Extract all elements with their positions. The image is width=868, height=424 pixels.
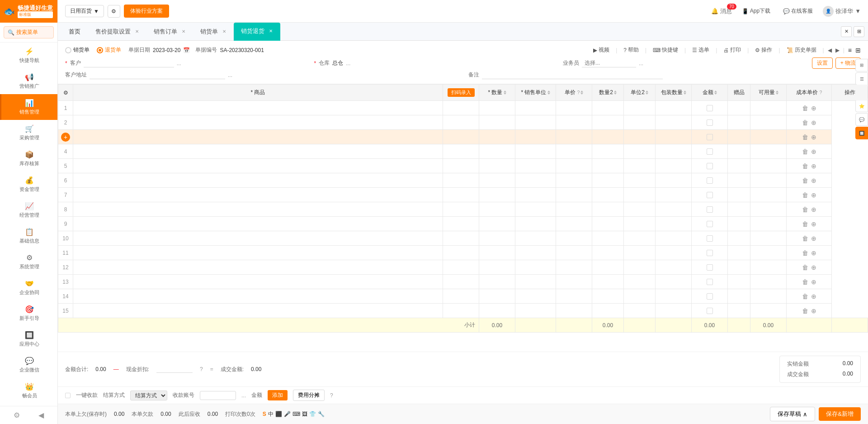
price-cell[interactable] — [515, 115, 556, 130]
account-input[interactable] — [200, 391, 236, 400]
radio-sales-return[interactable]: 退货单 — [97, 46, 121, 54]
sidebar-collapse-btn[interactable]: ◀ — [38, 411, 44, 419]
delete-btn[interactable]: 🗑 — [802, 206, 808, 213]
delete-btn[interactable]: 🗑 — [802, 249, 808, 257]
gift-checkbox[interactable] — [707, 163, 713, 169]
sidebar-item-operation[interactable]: 📈 经营管理 — [0, 197, 57, 223]
unit2-cell[interactable] — [592, 101, 624, 115]
copy-btn[interactable]: ⊕ — [811, 119, 816, 126]
qty-cell[interactable] — [443, 115, 479, 130]
one-click-checkbox[interactable] — [65, 393, 71, 398]
price-cell[interactable] — [515, 130, 556, 144]
app-download-button[interactable]: 📱 App下载 — [739, 6, 773, 16]
search-menu-button[interactable]: 🔍 搜索菜单 — [4, 26, 54, 38]
unit2-cell[interactable] — [592, 115, 624, 130]
sidebar-settings-btn[interactable]: ⚙ — [14, 411, 20, 419]
sidebar-item-purchase[interactable]: 🛒 采购管理 — [0, 120, 57, 146]
view-list-icon[interactable]: ≡ — [848, 47, 852, 54]
quick-btn-5[interactable]: 💬 — [855, 113, 868, 126]
copy-btn[interactable]: ⊕ — [811, 307, 816, 314]
delete-btn[interactable]: 🗑 — [802, 105, 808, 112]
copy-btn[interactable]: ⊕ — [811, 105, 816, 112]
customer-input[interactable] — [84, 59, 174, 67]
copy-btn[interactable]: ⊕ — [811, 249, 816, 257]
delete-btn[interactable]: 🗑 — [802, 191, 808, 199]
available-cell[interactable] — [728, 101, 750, 115]
copy-btn[interactable]: ⊕ — [811, 264, 816, 271]
tab-home[interactable]: 首页 — [61, 23, 88, 41]
sidebar-item-wechat[interactable]: 💬 企业微信 — [0, 352, 57, 378]
unit-cell[interactable] — [479, 130, 515, 144]
gift-checkbox[interactable] — [707, 264, 713, 271]
qty2-cell[interactable] — [556, 115, 592, 130]
gift-checkbox[interactable] — [707, 119, 713, 126]
gift-checkbox[interactable] — [707, 206, 713, 213]
view-grid-icon[interactable]: ⊞ — [855, 47, 861, 54]
copy-btn[interactable]: ⊕ — [811, 220, 816, 228]
address-input[interactable] — [90, 71, 225, 79]
operate-button[interactable]: ⚙ 操作 — [752, 45, 775, 55]
packqty-cell[interactable] — [624, 101, 656, 115]
unit-cell[interactable] — [479, 101, 515, 115]
delete-btn[interactable]: 🗑 — [802, 133, 808, 141]
amount-cell[interactable] — [656, 115, 692, 130]
fee-button[interactable]: 费用分摊 — [293, 390, 325, 401]
copy-btn[interactable]: ⊕ — [811, 278, 816, 286]
video-button[interactable]: ▶ 视频 — [590, 45, 612, 55]
set-button[interactable]: 设置 — [812, 57, 833, 69]
dotted-more[interactable]: ... — [241, 392, 246, 399]
gift-checkbox[interactable] — [707, 177, 713, 184]
next-btn[interactable]: ▶ — [835, 47, 840, 53]
prev-btn[interactable]: ◀ — [828, 47, 832, 53]
copy-btn[interactable]: ⊕ — [811, 177, 816, 184]
sidebar-item-shortcut[interactable]: ⚡ 快捷导航 — [0, 43, 57, 68]
history-button[interactable]: 📜 历史单据 — [784, 45, 819, 55]
qty-cell[interactable] — [443, 101, 479, 115]
qty-cell[interactable] — [443, 130, 479, 144]
tab-close-all-button[interactable]: ✕ — [841, 26, 852, 37]
tab-sales-order[interactable]: 销售订单 ✕ — [146, 23, 193, 41]
copy-btn[interactable]: ⊕ — [811, 293, 816, 300]
quick-btn-1[interactable]: ⊞ — [855, 59, 868, 71]
gift-checkbox[interactable] — [707, 279, 713, 285]
daily-select[interactable]: 日用百货 ▼ — [65, 5, 104, 17]
delete-btn[interactable]: 🗑 — [802, 148, 808, 155]
topbar-settings-button[interactable]: ⚙ — [108, 5, 120, 18]
help-button[interactable]: ? 帮助 — [621, 45, 642, 55]
product-input-cell[interactable] — [73, 130, 443, 144]
radio-sales-delivery[interactable]: 销货单 — [65, 46, 90, 54]
print-button[interactable]: 🖨 打印 — [721, 45, 744, 55]
sidebar-item-inventory[interactable]: 📦 库存核算 — [0, 146, 57, 172]
amount-cell[interactable] — [656, 101, 692, 115]
tab-sales-order-close[interactable]: ✕ — [182, 29, 185, 34]
cost-price-cell[interactable] — [750, 130, 787, 144]
copy-btn[interactable]: ⊕ — [811, 148, 816, 155]
tab-sales-delivery-close[interactable]: ✕ — [222, 29, 226, 34]
method-select[interactable]: 结算方式 — [130, 391, 167, 400]
tab-sales-delivery[interactable]: 销货单 ✕ — [193, 23, 234, 41]
customer-more-btn[interactable]: ... — [177, 60, 181, 67]
sidebar-item-finance[interactable]: 💰 资金管理 — [0, 172, 57, 197]
product-cell[interactable] — [73, 101, 443, 115]
gift-checkbox[interactable] — [707, 105, 713, 111]
available-cell[interactable] — [728, 130, 750, 144]
delete-btn[interactable]: 🗑 — [802, 235, 808, 242]
gift-checkbox[interactable] — [707, 235, 713, 242]
delete-btn[interactable]: 🗑 — [802, 162, 808, 170]
product-input[interactable] — [76, 134, 440, 140]
tab-sales-return-close[interactable]: ✕ — [269, 29, 273, 33]
copy-btn[interactable]: ⊕ — [811, 206, 816, 213]
remark-input[interactable] — [482, 71, 663, 79]
add-payment-button[interactable]: 添加 — [268, 390, 288, 400]
sidebar-item-enterprise[interactable]: 🤝 企业协同 — [0, 275, 57, 300]
shortcut-button[interactable]: ⌨ 快捷键 — [650, 45, 681, 55]
sidebar-item-basic[interactable]: 📋 基础信息 — [0, 223, 57, 249]
cost-price-cell[interactable] — [750, 115, 787, 130]
add-row-btn[interactable]: + — [61, 133, 70, 142]
amount-cell[interactable] — [656, 130, 692, 144]
discount-input[interactable] — [156, 366, 193, 373]
packqty-cell[interactable] — [624, 130, 656, 144]
copy-btn[interactable]: ⊕ — [811, 133, 816, 141]
gift-checkbox[interactable] — [707, 221, 713, 227]
save-draft-button[interactable]: 保存草稿 ∧ — [770, 407, 815, 421]
